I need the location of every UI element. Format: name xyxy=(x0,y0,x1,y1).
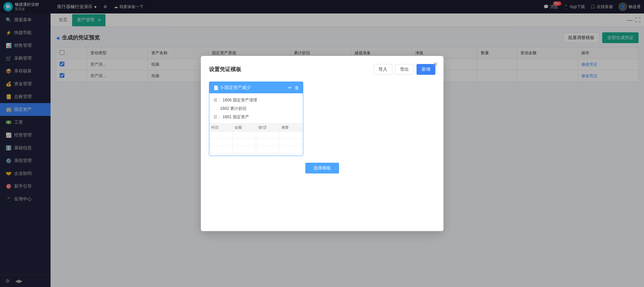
modal-header-actions: 导入 导出 新增 xyxy=(373,64,435,75)
template-card-body: 借： 1606 固定资产清理 1602 累计折旧 贷： 1601 固定资产 科目 xyxy=(209,93,303,156)
template-card-title: 5-固定资产减少 xyxy=(221,85,251,91)
debit-row-1: 借： 1606 固定资产清理 xyxy=(209,96,303,104)
template-delete-icon[interactable]: 🗑 xyxy=(295,85,299,90)
grid-data-row-3 xyxy=(209,146,303,153)
template-edit-icon[interactable]: ✏ xyxy=(288,85,292,90)
export-btn[interactable]: 导出 xyxy=(395,64,414,75)
template-icon: 📄 xyxy=(213,85,219,90)
modal-header: 设置凭证模板 导入 导出 新增 xyxy=(209,64,435,75)
template-card-header: 📄 5-固定资产减少 ✏ 🗑 xyxy=(209,82,303,93)
credit-row-1: 贷： 1601 固定资产 xyxy=(209,113,303,121)
grid-data-row-1 xyxy=(209,132,303,139)
modal-overlay: 设置凭证模板 导入 导出 新增 ✕ 📄 5-固定资产减少 ✏ 🗑 xyxy=(0,0,644,287)
template-header-actions: ✏ 🗑 xyxy=(288,85,299,90)
grid-col-summary: 摘要 xyxy=(279,124,303,131)
import-btn[interactable]: 导入 xyxy=(373,64,392,75)
modal-close-button[interactable]: ✕ xyxy=(433,61,438,68)
grid-header-row: 科目 金额 借/贷 摘要 xyxy=(209,124,303,132)
grid-col-amount: 金额 xyxy=(233,124,256,131)
template-card-1: 📄 5-固定资产减少 ✏ 🗑 借： 1606 固定资产清理 1602 累计 xyxy=(209,82,303,156)
select-template-area: 选择模板 xyxy=(209,163,435,173)
new-template-btn[interactable]: 新增 xyxy=(417,64,435,75)
select-template-btn[interactable]: 选择模板 xyxy=(305,163,339,173)
template-grid: 科目 金额 借/贷 摘要 xyxy=(209,123,303,153)
debit-row-2: 1602 累计折旧 xyxy=(209,104,303,113)
grid-col-debit-credit: 借/贷 xyxy=(256,124,280,131)
voucher-template-modal: 设置凭证模板 导入 导出 新增 ✕ 📄 5-固定资产减少 ✏ 🗑 xyxy=(201,56,443,231)
grid-data-row-2 xyxy=(209,139,303,146)
grid-col-subject: 科目 xyxy=(209,124,233,131)
modal-title: 设置凭证模板 xyxy=(209,66,241,73)
template-list: 📄 5-固定资产减少 ✏ 🗑 借： 1606 固定资产清理 1602 累计 xyxy=(209,82,435,156)
